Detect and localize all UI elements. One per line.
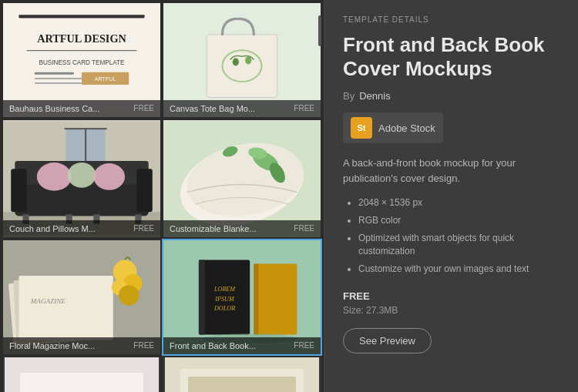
- svg-rect-3: [27, 50, 137, 51]
- card-title-book: Front and Back Book...: [170, 341, 256, 350]
- file-size: Size: 27.3MB: [343, 305, 560, 316]
- card-title-bauhaus: Bauhaus Business Ca...: [9, 104, 99, 113]
- card-bottom1[interactable]: BONJOUR À MOI: [3, 357, 160, 392]
- svg-rect-54: [254, 263, 258, 334]
- card-label-couch: Couch and Pillows M... FREE: [3, 220, 160, 237]
- preview-button[interactable]: See Preview: [343, 328, 432, 353]
- card-bauhaus[interactable]: ARTFUL DESIGN BUSINESS CARD TEMPLATE ART…: [3, 3, 160, 117]
- card-title-blanket: Customizable Blanke...: [170, 224, 257, 233]
- svg-text:IPSUM: IPSUM: [214, 295, 235, 302]
- svg-point-13: [233, 58, 239, 65]
- author-row: By Dennis: [343, 90, 560, 102]
- template-details-panel: TEMPLATE DETAILS Front and Back Book Cov…: [324, 0, 578, 392]
- features-list: 2048 × 1536 px RGB color Optimized with …: [343, 196, 560, 275]
- svg-text:BUSINESS CARD TEMPLATE: BUSINESS CARD TEMPLATE: [39, 59, 126, 66]
- feature-item: Optimized with smart objects for quick c…: [358, 232, 560, 258]
- svg-text:MAGAZINE: MAGAZINE: [30, 297, 66, 304]
- by-label: By: [343, 90, 355, 102]
- thumb-bottom1: BONJOUR À MOI: [3, 357, 160, 392]
- svg-rect-5: [35, 72, 74, 75]
- svg-rect-19: [11, 169, 26, 212]
- card-badge-bauhaus: FREE: [133, 104, 154, 112]
- svg-point-25: [37, 162, 72, 191]
- card-canvas[interactable]: Canvas Tote Bag Mo... FREE: [163, 3, 321, 117]
- card-couch[interactable]: Couch and Pillows M... FREE: [3, 120, 160, 237]
- svg-rect-41: [18, 276, 113, 340]
- svg-point-27: [93, 163, 125, 190]
- card-blanket[interactable]: Customizable Blanke... FREE: [163, 120, 321, 237]
- template-grid: ARTFUL DESIGN BUSINESS CARD TEMPLATE ART…: [0, 0, 324, 392]
- svg-point-46: [119, 285, 139, 306]
- card-title-canvas: Canvas Tote Bag Mo...: [170, 104, 255, 113]
- svg-text:DOLOR: DOLOR: [213, 305, 235, 312]
- card-title-magazine: Floral Magazine Moc...: [9, 341, 95, 350]
- svg-text:ARTFUL: ARTFUL: [95, 76, 116, 82]
- card-label-magazine: Floral Magazine Moc... FREE: [3, 337, 160, 354]
- feature-item: 2048 × 1536 px: [358, 196, 560, 209]
- svg-rect-49: [199, 260, 205, 334]
- price-label: FREE: [343, 290, 560, 302]
- template-grid-panel: ARTFUL DESIGN BUSINESS CARD TEMPLATE ART…: [0, 0, 324, 392]
- card-book[interactable]: LOREM IPSUM DOLOR Front and Back Book...…: [163, 240, 321, 354]
- svg-text:LOREM: LOREM: [213, 286, 236, 293]
- card-label-canvas: Canvas Tote Bag Mo... FREE: [163, 100, 321, 117]
- svg-rect-20: [136, 169, 152, 212]
- card-badge-canvas: FREE: [294, 104, 314, 112]
- card-badge-magazine: FREE: [133, 341, 154, 350]
- card-label-bauhaus: Bauhaus Business Ca... FREE: [3, 100, 160, 117]
- svg-rect-11: [207, 35, 277, 98]
- svg-rect-53: [254, 263, 297, 334]
- svg-rect-65: [188, 377, 296, 392]
- thumb-bottom2: [163, 357, 321, 392]
- svg-text:ARTFUL DESIGN: ARTFUL DESIGN: [37, 32, 126, 45]
- stock-name: Adobe Stock: [378, 122, 435, 134]
- card-label-blanket: Customizable Blanke... FREE: [163, 220, 321, 237]
- scroll-thumb[interactable]: [318, 15, 321, 46]
- scroll-indicator: [318, 0, 322, 392]
- feature-item: Customize with your own images and text: [358, 263, 560, 276]
- svg-rect-57: [20, 373, 143, 392]
- card-badge-blanket: FREE: [294, 224, 314, 233]
- card-magazine[interactable]: MAGAZINE Floral Magazine Moc... FREE: [3, 240, 160, 354]
- card-badge-couch: FREE: [133, 224, 154, 233]
- card-label-book: Front and Back Book... FREE: [163, 337, 321, 354]
- template-title: Front and Back Book Cover Mockups: [343, 33, 560, 81]
- template-description: A back-and-front book mockup for your pu…: [343, 156, 560, 186]
- svg-point-14: [245, 56, 251, 64]
- svg-rect-30: [85, 128, 86, 161]
- card-bottom2[interactable]: [163, 357, 321, 392]
- svg-rect-7: [35, 82, 82, 84]
- card-badge-book: FREE: [294, 341, 314, 350]
- card-title-couch: Couch and Pillows M...: [9, 224, 96, 233]
- stock-icon: St: [351, 117, 372, 139]
- author-name: Dennis: [359, 90, 390, 102]
- svg-point-26: [68, 162, 96, 188]
- svg-rect-1: [18, 15, 144, 18]
- stock-badge: St Adobe Stock: [343, 112, 443, 143]
- feature-item: RGB color: [358, 214, 560, 227]
- section-label: TEMPLATE DETAILS: [343, 15, 560, 24]
- price-section: FREE Size: 27.3MB: [343, 290, 560, 316]
